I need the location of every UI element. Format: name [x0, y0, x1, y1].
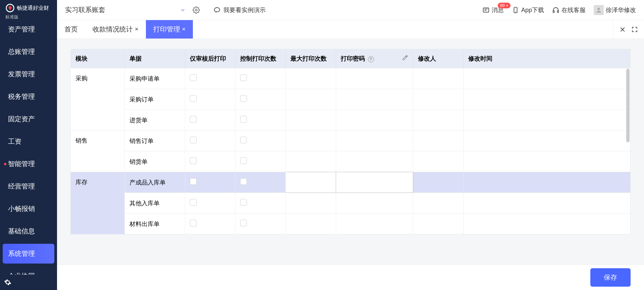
checkbox[interactable] [240, 95, 247, 102]
download-button[interactable]: App下载 [512, 6, 544, 14]
nav-item-1[interactable]: 总账管理 [0, 41, 57, 63]
password-cell [336, 214, 413, 234]
checkbox-cell [185, 151, 235, 172]
edit-icon[interactable] [402, 55, 408, 61]
checkbox[interactable] [240, 178, 247, 185]
modifier-cell [413, 214, 463, 234]
max-count-cell[interactable] [285, 172, 336, 193]
nav-item-6[interactable]: 智能管理 [0, 153, 57, 175]
tab-0[interactable]: 首页 [57, 20, 85, 39]
max-count-cell [285, 214, 336, 234]
demo-link[interactable]: 我要看实例演示 [213, 6, 266, 14]
messages-button[interactable]: 消息 99 + [482, 6, 504, 14]
checkbox[interactable] [190, 178, 197, 185]
module-cell: 销售 [71, 131, 124, 172]
modify-time-cell [463, 68, 630, 89]
badge: 99 + [498, 3, 511, 8]
th-audit: 仅审核后打印 [185, 49, 235, 68]
account-name: 实习联系账套 [65, 5, 105, 14]
modifier-cell [413, 193, 463, 214]
nav-list: 资产管理总账管理发票管理税务管理固定资产工资智能管理经营管理小畅报销基础信息系统… [0, 23, 57, 275]
modifier-cell [413, 151, 463, 172]
checkbox-cell [235, 172, 285, 193]
header-settings-icon[interactable] [193, 6, 200, 14]
password-cell [336, 89, 413, 110]
svg-rect-6 [553, 10, 554, 12]
nav-item-5[interactable]: 工资 [0, 130, 57, 153]
tab-1[interactable]: 收款情况统计× [85, 20, 146, 39]
user-menu[interactable]: 徐泽华修改 [594, 5, 636, 15]
modifier-cell [413, 131, 463, 151]
modify-time-cell [463, 193, 630, 214]
svg-point-1 [195, 9, 197, 11]
checkbox-cell [235, 110, 285, 131]
svg-point-2 [214, 7, 220, 12]
modify-time-cell [463, 131, 630, 151]
table-row[interactable]: 库存产成品入库单 [71, 172, 630, 193]
nav-item-9[interactable]: 基础信息 [0, 220, 57, 242]
nav-item-8[interactable]: 小畅报销 [0, 198, 57, 220]
th-doc: 单据 [124, 49, 185, 68]
modify-time-cell [463, 214, 630, 234]
content-area: 模块 单据 仅审核后打印 控制打印次数 最大打印次数 打印密码 ? [57, 39, 644, 290]
demo-label: 我要看实例演示 [223, 6, 266, 14]
headset-icon [552, 6, 559, 14]
checkbox[interactable] [240, 157, 247, 164]
edition-label: 标准版 [0, 14, 57, 23]
close-all-tabs[interactable] [619, 26, 626, 33]
checkbox-cell [185, 131, 235, 151]
download-label: App下载 [521, 6, 544, 14]
modifier-cell [413, 172, 463, 193]
checkbox[interactable] [240, 199, 247, 206]
checkbox[interactable] [190, 199, 197, 206]
checkbox[interactable] [240, 220, 247, 226]
print-table: 模块 单据 仅审核后打印 控制打印次数 最大打印次数 打印密码 ? [70, 49, 631, 234]
tab-2[interactable]: 打印管理× [146, 20, 193, 39]
chat-icon [213, 6, 221, 14]
nav-item-7[interactable]: 经营管理 [0, 175, 57, 198]
checkbox[interactable] [190, 220, 197, 226]
checkbox[interactable] [190, 116, 197, 123]
sidebar-settings[interactable] [0, 275, 57, 290]
nav-item-10[interactable]: 系统管理 [3, 244, 54, 264]
account-selector[interactable]: 实习联系账套 [65, 5, 186, 14]
max-count-cell [285, 193, 336, 214]
doc-cell: 产成品入库单 [124, 172, 185, 193]
close-icon[interactable]: × [135, 26, 139, 33]
nav-item-11[interactable]: 企业协同 [0, 265, 57, 275]
checkbox-cell [235, 68, 285, 89]
help-icon[interactable]: ? [368, 56, 374, 62]
nav-item-4[interactable]: 固定资产 [0, 108, 57, 130]
table-row[interactable]: 进货单 [71, 110, 630, 131]
module-cell: 采购 [71, 68, 124, 131]
modify-time-cell [463, 89, 630, 110]
table-row[interactable]: 材料出库单 [71, 214, 630, 234]
service-button[interactable]: 在线客服 [552, 6, 586, 14]
checkbox[interactable] [190, 74, 197, 81]
checkbox[interactable] [190, 137, 197, 143]
table-row[interactable]: 采购采购申请单 [71, 68, 630, 89]
checkbox[interactable] [190, 95, 197, 102]
table-row[interactable]: 其他入库单 [71, 193, 630, 214]
password-cell [336, 110, 413, 131]
nav-item-2[interactable]: 发票管理 [0, 63, 57, 85]
modify-time-cell [463, 110, 630, 131]
save-button[interactable]: 保存 [590, 268, 631, 287]
checkbox[interactable] [190, 157, 197, 164]
table-row[interactable]: 采购订单 [71, 89, 630, 110]
user-name: 徐泽华修改 [606, 6, 636, 14]
table-row[interactable]: 销货单 [71, 151, 630, 172]
nav-item-0[interactable]: 资产管理 [0, 23, 57, 41]
checkbox[interactable] [240, 116, 247, 123]
table-row[interactable]: 销售销售订单 [71, 131, 630, 151]
doc-cell: 销售订单 [124, 131, 185, 151]
nav-item-3[interactable]: 税务管理 [0, 85, 57, 108]
fullscreen-icon[interactable] [631, 26, 638, 33]
close-icon[interactable]: × [182, 26, 186, 33]
password-cell[interactable] [336, 172, 413, 193]
phone-icon [512, 6, 519, 14]
checkbox[interactable] [240, 74, 247, 81]
checkbox[interactable] [240, 137, 247, 143]
scrollbar[interactable] [626, 69, 630, 142]
th-modifier: 修改人 [413, 49, 463, 68]
